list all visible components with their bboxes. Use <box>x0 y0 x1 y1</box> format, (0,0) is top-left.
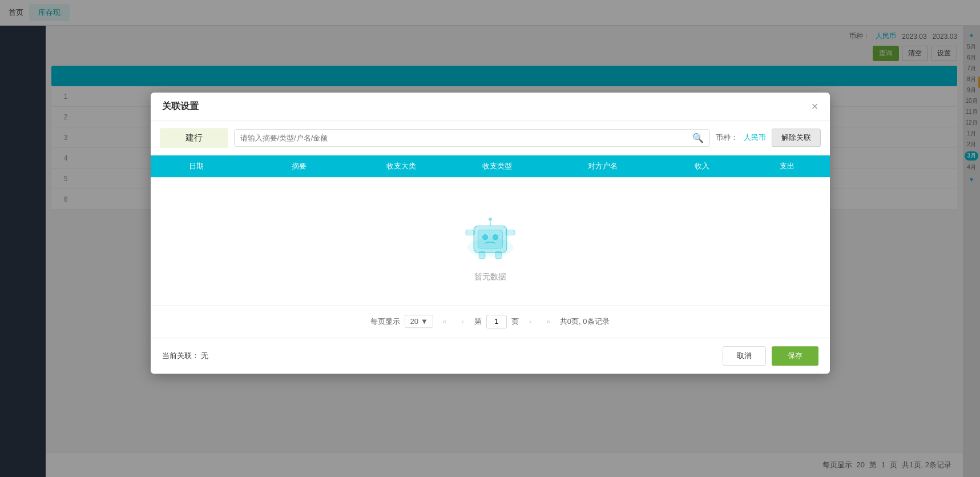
next-page-btn[interactable]: › <box>523 315 537 328</box>
first-page-btn[interactable]: « <box>438 315 451 328</box>
modal-dialog: 关联设置 × 建行 🔍 币种： 人民币 解除关联 日期 摘要 收支大类 收支类型… <box>151 93 830 374</box>
empty-text: 暂无数据 <box>474 272 506 282</box>
empty-robot-icon <box>459 211 522 263</box>
svg-rect-8 <box>495 251 502 259</box>
modal-close-button[interactable]: × <box>812 101 818 112</box>
modal-footer: 当前关联： 无 取消 保存 <box>151 338 830 374</box>
page-unit: 页 <box>511 316 519 327</box>
th-expense: 支出 <box>744 155 829 177</box>
per-page-dropdown-icon: ▼ <box>421 317 428 326</box>
th-category: 收支大类 <box>356 155 447 177</box>
th-income: 收入 <box>659 155 744 177</box>
modal-body: 建行 🔍 币种： 人民币 解除关联 日期 摘要 收支大类 收支类型 对方户名 收… <box>151 121 830 338</box>
search-input[interactable] <box>240 134 689 142</box>
search-input-wrap: 🔍 <box>234 129 710 147</box>
per-page-value: 20 <box>410 317 418 326</box>
th-summary: 摘要 <box>243 155 356 177</box>
footer-buttons: 取消 保存 <box>723 346 818 366</box>
th-date: 日期 <box>151 155 243 177</box>
unlink-button[interactable]: 解除关联 <box>772 129 821 147</box>
svg-point-4 <box>493 234 498 239</box>
save-button[interactable]: 保存 <box>772 346 818 366</box>
search-icon[interactable]: 🔍 <box>692 133 704 143</box>
svg-rect-7 <box>479 251 485 259</box>
currency-value: 人民币 <box>744 133 766 143</box>
svg-rect-9 <box>465 230 474 235</box>
svg-rect-10 <box>506 230 515 235</box>
current-link: 当前关联： 无 <box>162 351 209 361</box>
prev-page-btn[interactable]: ‹ <box>456 315 470 328</box>
page-label: 第 <box>474 316 482 327</box>
pagination-row: 每页显示 20 ▼ « ‹ 第 页 › » 共0页, 0条记录 <box>151 305 830 338</box>
search-row: 建行 🔍 币种： 人民币 解除关联 <box>151 121 830 155</box>
last-page-btn[interactable]: » <box>542 315 555 328</box>
currency-label: 币种： <box>716 133 738 143</box>
bank-tab[interactable]: 建行 <box>160 128 228 148</box>
svg-point-3 <box>482 234 487 239</box>
per-page-select[interactable]: 20 ▼ <box>405 315 433 328</box>
svg-rect-2 <box>478 230 502 248</box>
per-page-label: 每页显示 <box>370 316 400 327</box>
cancel-button[interactable]: 取消 <box>723 346 766 366</box>
table-header: 日期 摘要 收支大类 收支类型 对方户名 收入 支出 <box>151 155 830 177</box>
th-type: 收支类型 <box>447 155 546 177</box>
page-input[interactable] <box>486 315 507 328</box>
current-link-value: 无 <box>201 351 208 360</box>
modal-title: 关联设置 <box>162 101 199 113</box>
svg-point-6 <box>489 217 491 220</box>
current-link-label: 当前关联： <box>162 351 199 360</box>
modal-header: 关联设置 × <box>151 93 830 121</box>
pagination-total: 共0页, 0条记录 <box>560 316 610 327</box>
empty-state: 暂无数据 <box>151 177 830 305</box>
th-counterpart: 对方户名 <box>546 155 659 177</box>
